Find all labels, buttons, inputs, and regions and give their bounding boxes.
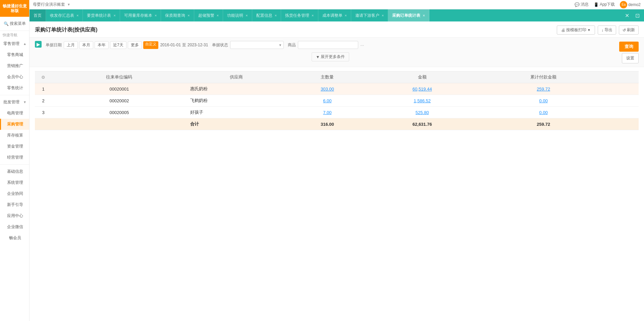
tab-available-inventory[interactable]: 可用量库存账本 × <box>120 9 161 21</box>
refresh-button[interactable]: ↺ 刷新 <box>619 25 639 35</box>
tab-bar-actions: ✕ ⊡ <box>623 12 644 19</box>
amount-link[interactable]: 60,519.44 <box>413 87 432 92</box>
tab-close-icon[interactable]: × <box>423 13 425 17</box>
tab-purchase-single-stats[interactable]: 要货单统计表 × <box>83 9 120 21</box>
enterprise-coop-label: 企业协同 <box>7 191 23 196</box>
setting-button[interactable]: 设置 <box>622 53 639 63</box>
row-qty: 303.00 <box>286 83 369 95</box>
col-paid-header: 累计付款金额 <box>476 71 611 83</box>
search-menu-button[interactable]: 🔍 搜索菜单 <box>2 19 27 28</box>
tab-close-icon[interactable]: × <box>382 13 384 17</box>
tab-close-icon[interactable]: × <box>76 13 78 17</box>
export-button[interactable]: ↓ 导出 <box>598 25 616 35</box>
user-menu[interactable]: Ea demo2 <box>620 1 641 8</box>
tab-label: 采购订单统计表 <box>392 13 420 18</box>
tab-maximize-button[interactable]: ⊡ <box>634 12 641 19</box>
tab-invite-downstream[interactable]: 邀请下游客户 × <box>351 9 388 21</box>
qty-link[interactable]: 303.00 <box>321 87 334 92</box>
inventory-label: 库存核算 <box>7 133 23 138</box>
basic-info-label: 基础信息 <box>7 169 23 174</box>
status-label: 单据状态 <box>212 42 228 48</box>
ecommerce-label: 电商管理 <box>7 111 23 115</box>
sidebar-item-basic-info[interactable]: 基础信息 <box>0 166 29 177</box>
tab-label: 配置信息 <box>256 13 272 18</box>
sidebar-item-enterprise-wechat[interactable]: 企业微信 <box>0 221 29 232</box>
tab-label: 拣货任务管理 <box>285 13 309 18</box>
amount-link[interactable]: 1,586.52 <box>414 98 431 103</box>
sidebar-item-vip[interactable]: 畅会员 <box>0 232 29 244</box>
tab-close-icon[interactable]: × <box>217 13 219 17</box>
sidebar-item-retail-stats[interactable]: 零售统计 <box>0 83 29 94</box>
goods-more-icon[interactable]: ··· <box>360 43 364 48</box>
sidebar-item-enterprise-coop[interactable]: 企业协同 <box>0 188 29 199</box>
tab-close-icon[interactable]: × <box>155 13 157 17</box>
tab-function-desc[interactable]: 功能说明 × <box>223 9 252 21</box>
print-button[interactable]: 🖨 按模板打印 ▼ <box>557 25 595 35</box>
row-amount: 1,586.52 <box>369 95 476 107</box>
sidebar-item-member-center[interactable]: 会员中心 <box>0 71 29 83</box>
date-this-year[interactable]: 本年 <box>95 41 109 49</box>
row-index: 1 <box>35 83 52 95</box>
tab-close-icon[interactable]: × <box>246 13 248 17</box>
export-label: 导出 <box>604 27 612 33</box>
avatar: Ea <box>620 1 627 8</box>
date-more[interactable]: 更多 <box>128 41 142 49</box>
date-last-month[interactable]: 上月 <box>64 41 78 49</box>
tab-label: 超储预警 <box>198 13 214 18</box>
sidebar-item-retail-management[interactable]: 零售管理 ▲ <box>0 38 29 49</box>
sidebar-item-operations[interactable]: 经营管理 <box>0 152 29 163</box>
sidebar-item-purchase[interactable]: 采购管理 <box>0 119 29 130</box>
date-this-month[interactable]: 本月 <box>79 41 93 49</box>
app-download-button[interactable]: 📱 App下载 <box>594 2 615 7</box>
sidebar-item-new-guide[interactable]: 新手引导 <box>0 199 29 210</box>
sidebar-item-wholesale[interactable]: 批发管理 ▼ <box>0 97 29 108</box>
expand-conditions-button[interactable]: ▼ 展开更多条件 <box>312 52 350 61</box>
chevron-down-icon: ▲ <box>23 42 26 46</box>
date-filter-group: 单据日期 上月 本月 本年 近7天 更多 自定义 2016-01-01 <box>46 41 208 49</box>
date-to: 2023-12-31 <box>187 43 208 47</box>
paid-link[interactable]: 0.00 <box>539 110 548 115</box>
message-button[interactable]: 💬 消息 <box>575 2 589 7</box>
amount-link[interactable]: 525.80 <box>416 110 429 115</box>
footer-qty: 316.00 <box>286 118 369 130</box>
tab-close-icon[interactable]: × <box>312 13 314 17</box>
footer-amount: 62,631.76 <box>369 118 476 130</box>
sidebar-item-marketing[interactable]: 营销推广 <box>0 60 29 71</box>
tab-expiry-query[interactable]: 保质期查询 × <box>161 9 194 21</box>
table-row: 3 00020005 好孩子 7.00 525.80 0.00 <box>35 107 639 118</box>
qty-link[interactable]: 6.00 <box>323 98 331 103</box>
tab-config-info[interactable]: 配置信息 × <box>252 9 281 21</box>
tab-overstock[interactable]: 超储预警 × <box>194 9 223 21</box>
sidebar-item-retail-store[interactable]: 零售商城 <box>0 49 29 60</box>
sidebar-item-finance[interactable]: 资金管理 <box>0 141 29 152</box>
top-bar-left: 母婴行业演示账套 ▼ <box>33 2 70 7</box>
filter-toggle-button[interactable]: ▶ <box>35 41 42 48</box>
tab-close-all-button[interactable]: ✕ <box>623 12 631 19</box>
tab-close-icon[interactable]: × <box>345 13 347 17</box>
table-row: 1 00020001 惠氏奶粉 303.00 60,519.44 259.72 <box>35 83 639 95</box>
sidebar-item-inventory[interactable]: 库存核算 <box>0 130 29 141</box>
tab-purchase-order-stats[interactable]: 采购订单统计表 × <box>388 9 429 21</box>
paid-link[interactable]: 259.72 <box>537 87 550 92</box>
tab-close-icon[interactable]: × <box>275 13 277 17</box>
paid-link[interactable]: 0.00 <box>539 98 548 103</box>
tab-label: 成本调整单 <box>322 13 342 18</box>
tab-home[interactable]: 首页 <box>30 9 46 21</box>
retail-stats-label: 零售统计 <box>7 86 23 90</box>
tab-picking-task[interactable]: 拣货任务管理 × <box>281 9 318 21</box>
tab-receive-summary[interactable]: 收发存汇总表 × <box>46 9 83 21</box>
sidebar-item-ecommerce[interactable]: 电商管理 <box>0 108 29 119</box>
tab-cost-adjust[interactable]: 成本调整单 × <box>318 9 351 21</box>
qty-link[interactable]: 7.00 <box>323 110 331 115</box>
tab-close-icon[interactable]: × <box>113 13 115 17</box>
sidebar-item-app-center[interactable]: 应用中心 <box>0 210 29 221</box>
column-settings-icon[interactable]: ⚙ <box>41 75 45 80</box>
date-last-7-days[interactable]: 近7天 <box>110 41 126 49</box>
status-select[interactable] <box>230 41 284 49</box>
goods-input[interactable] <box>298 41 358 49</box>
query-button[interactable]: 查询 <box>619 42 639 52</box>
filter-row-main: ▶ 单据日期 上月 本月 本年 近7天 更多 自定义 <box>35 41 639 63</box>
tab-close-icon[interactable]: × <box>187 13 190 17</box>
sidebar-item-system[interactable]: 系统管理 <box>0 177 29 188</box>
row-code: 00020002 <box>52 95 187 107</box>
